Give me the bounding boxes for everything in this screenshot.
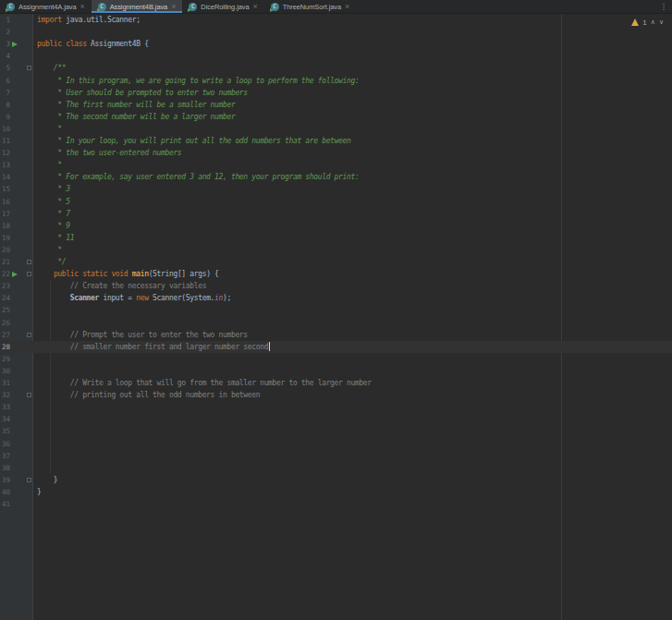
code-line[interactable]: 39 } [0, 474, 672, 486]
code-line[interactable]: 32 // printing out all the odd numbers i… [0, 389, 672, 401]
next-problem-icon[interactable] [659, 18, 664, 27]
line-number: 5 [0, 62, 10, 74]
code-line[interactable]: 11 * In your loop, you will print out al… [0, 135, 672, 147]
code-text: // Write a loop that will go from the sm… [37, 377, 372, 389]
code-text: } [37, 486, 41, 498]
code-line[interactable]: 3public class Assignment4B { [0, 38, 672, 50]
code-line[interactable]: 17 * 7 [0, 208, 672, 220]
code-segment: * 5 [37, 198, 70, 206]
code-line[interactable]: 38 [0, 462, 672, 474]
code-line[interactable]: 2 [0, 26, 672, 38]
prev-problem-icon[interactable] [651, 18, 655, 27]
code-line[interactable]: 19 * 11 [0, 232, 672, 244]
code-line[interactable]: 16 * 5 [0, 196, 672, 208]
code-line[interactable]: 21 */ [0, 256, 672, 268]
code-line[interactable]: 31 // Write a loop that will go from the… [0, 377, 672, 389]
inspections-widget[interactable]: 1 [631, 17, 664, 28]
tab-assignment4b[interactable]: Assignment4B.java [92, 0, 183, 13]
code-line[interactable]: 12 * the two user-entered numbers [0, 147, 672, 159]
code-segment: import [37, 16, 66, 24]
code-line[interactable]: 7 * User should be prompted to enter two… [0, 87, 672, 99]
code-line[interactable]: 28 // smaller number first and larger nu… [0, 341, 672, 353]
code-line[interactable]: 29 [0, 353, 672, 365]
code-text: * In your loop, you will print out all t… [37, 135, 350, 147]
code-text: * The first number will be a smaller num… [37, 99, 235, 111]
code-segment: * In your loop, you will print out all t… [37, 137, 350, 145]
tab-threenumsort[interactable]: ThreeNumSort.java [264, 0, 356, 13]
code-line[interactable]: 33 [0, 401, 672, 413]
line-number: 35 [0, 425, 10, 437]
code-line[interactable]: 26 [0, 317, 672, 329]
run-icon[interactable] [12, 42, 18, 47]
code-segment: * [37, 125, 62, 133]
code-segment: public static void [54, 270, 132, 278]
code-line[interactable]: 25 [0, 304, 672, 316]
line-number: 18 [0, 220, 10, 232]
line-number: 10 [0, 123, 10, 135]
line-number: 15 [0, 183, 10, 195]
close-icon[interactable] [171, 3, 176, 11]
close-icon[interactable] [345, 3, 349, 11]
java-class-icon [98, 3, 106, 11]
code-line[interactable]: 41 [0, 498, 672, 510]
close-icon[interactable] [253, 3, 258, 11]
code-segment: * User should be prompted to enter two n… [37, 89, 248, 97]
tab-assignment4a[interactable]: Assignment4A.java [0, 0, 92, 13]
java-class-icon [6, 3, 15, 11]
line-number: 8 [0, 99, 10, 111]
code-line[interactable]: 18 * 9 [0, 220, 672, 232]
line-number: 27 [0, 329, 10, 341]
text-caret [269, 342, 270, 351]
code-line[interactable]: 20 * [0, 244, 672, 256]
line-number: 33 [0, 401, 10, 413]
line-number: 17 [0, 208, 10, 220]
code-line[interactable]: 22 public static void main(String[] args… [0, 268, 672, 280]
code-line[interactable]: 8 * The first number will be a smaller n… [0, 99, 672, 111]
run-icon[interactable] [12, 272, 18, 277]
tab-dicerolling[interactable]: DiceRolling.java [182, 0, 263, 13]
code-line[interactable]: 34 [0, 413, 672, 425]
line-number: 4 [0, 50, 10, 62]
code-text: public class Assignment4B { [37, 38, 149, 50]
line-number: 24 [0, 292, 10, 304]
code-line[interactable]: 6 * In this program, we are going to wri… [0, 75, 672, 87]
code-line[interactable]: 35 [0, 425, 672, 437]
line-number: 3 [0, 38, 10, 50]
code-line[interactable]: 14 * For example, say user entered 3 and… [0, 171, 672, 183]
code-line[interactable]: 15 * 3 [0, 183, 672, 195]
fold-marker-icon[interactable] [27, 272, 31, 276]
tab-overflow-menu-icon[interactable] [658, 1, 669, 13]
code-text: import java.util.Scanner; [37, 14, 141, 26]
close-icon[interactable] [80, 3, 85, 11]
code-segment: * In this program, we are going to write… [37, 77, 359, 85]
code-line[interactable]: 9 * The second number will be a larger n… [0, 111, 672, 123]
code-line[interactable]: 24 Scanner input = new Scanner(System.in… [0, 292, 672, 304]
fold-marker-icon[interactable] [27, 393, 31, 397]
code-text: * For example, say user entered 3 and 12… [37, 171, 359, 183]
line-number: 32 [0, 389, 10, 401]
code-line[interactable]: 37 [0, 450, 672, 462]
warning-count: 1 [642, 18, 646, 27]
code-line[interactable]: 4 [0, 50, 672, 62]
code-line[interactable]: 10 * [0, 123, 672, 135]
code-editor[interactable]: 1import java.util.Scanner;23public class… [0, 14, 672, 620]
fold-marker-icon[interactable] [27, 260, 31, 264]
fold-marker-icon[interactable] [27, 478, 31, 482]
code-line[interactable]: 27 // Prompt the user to enter the two n… [0, 329, 672, 341]
fold-marker-icon[interactable] [27, 333, 31, 337]
code-line[interactable]: 36 [0, 438, 672, 450]
code-line[interactable]: 13 * [0, 159, 672, 171]
code-line[interactable]: 30 [0, 365, 672, 377]
code-line[interactable]: 1import java.util.Scanner; [0, 14, 672, 26]
code-segment: * 7 [37, 210, 70, 218]
code-line[interactable]: 23 // Create the necessary variables [0, 280, 672, 292]
code-segment: * The second number will be a larger num… [37, 113, 235, 121]
fold-marker-icon[interactable] [27, 66, 31, 70]
code-line[interactable]: 5 /** [0, 62, 672, 74]
code-segment: /** [37, 64, 66, 72]
code-text: */ [37, 256, 66, 268]
code-text: * [37, 244, 62, 256]
ide-window: Assignment4A.java Assignment4B.java Dice… [0, 0, 672, 620]
code-line[interactable]: 40} [0, 486, 672, 498]
line-number: 13 [0, 159, 10, 171]
